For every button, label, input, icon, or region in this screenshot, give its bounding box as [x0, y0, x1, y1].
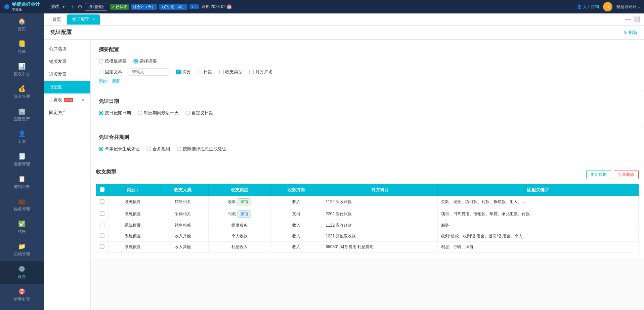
fixed-text-checkbox[interactable]: 固定文本 — [99, 69, 122, 75]
sidebar-item-archive[interactable]: 📁 归档管理 — [0, 239, 44, 261]
select-all-checkbox[interactable] — [100, 187, 104, 192]
sidebar-item-close[interactable]: ✅ 结账 — [0, 216, 44, 239]
salary-icon: 👤 — [18, 130, 26, 138]
row-checkbox-1[interactable] — [100, 211, 104, 216]
right-content: 摘要配置 按模板摘要 选择摘要 — [91, 40, 644, 310]
cell-big-type: 收入其他 — [157, 231, 208, 242]
left-menu-public[interactable]: 公共选项 — [44, 42, 90, 55]
left-menu-sales[interactable]: 销项发票 — [44, 55, 90, 68]
delete-btn[interactable]: 批量删除 — [614, 170, 639, 179]
logo: 🔵 畅捷通好会计 专业版 — [4, 1, 48, 12]
content-area: 首页 凭证配置 × — ⬜ 凭证配置 ↻ 刷新 公共选项 — [44, 13, 644, 310]
date-radio1-circle — [99, 111, 103, 115]
cell-income-type: 个人收款 — [208, 231, 270, 242]
date-radio3[interactable]: 自定义日期 — [185, 110, 213, 116]
payroll-arrow-icon: ▼ — [81, 98, 85, 103]
funds-icon: 💰 — [18, 85, 26, 92]
summary-radio2[interactable]: 选择摘要 — [133, 58, 157, 64]
switch-old-btn[interactable]: 切到旧版 — [85, 3, 107, 11]
cell-direction: 支出 — [271, 208, 322, 220]
type-checkbox[interactable]: 收支类型 — [219, 69, 243, 75]
row-checkbox-2[interactable] — [100, 223, 104, 227]
date-radio-group: 按日记账日期 对应期间最后一天 自定义日期 — [99, 110, 636, 116]
sidebar-label-guide: 新手引导 — [14, 297, 30, 302]
stock-icon: 📋 — [18, 175, 26, 183]
main-layout: 🏠 首页 📒 总账 📊 报表中心 💰 资金管理 🏢 固定资产 👤 工资 🧾 发票… — [0, 13, 644, 310]
settings-icon[interactable]: ⚙ — [78, 4, 82, 10]
right-actions: 👤 人工咨询 U 畅捷通旺旺... — [577, 2, 640, 11]
sidebar-item-salary[interactable]: 👤 工资 — [0, 126, 44, 149]
sidebar-item-guide[interactable]: 🎯 新手引导 — [0, 284, 44, 306]
cell-income-type: 提供服务 — [208, 220, 270, 231]
cell-keywords: 服务 — [437, 220, 638, 231]
status-tags: ✓ 已认证 好会计（专） +好生意（标） +... — [110, 4, 199, 10]
th-checkbox — [96, 184, 109, 196]
reports-icon: 📊 — [18, 63, 26, 70]
user-avatar[interactable]: U — [603, 2, 612, 11]
sidebar-item-ledger[interactable]: 📒 总账 — [0, 36, 44, 59]
cell-direction: 收入 — [271, 231, 322, 242]
sidebar-item-tax[interactable]: 💼 税务管理 — [0, 194, 44, 216]
refresh-btn[interactable]: ↻ 刷新 — [624, 30, 637, 36]
merge-section: 凭证合并规则 单条记录生成凭证 合并规则 按照选择汇总生成凭证 — [91, 127, 644, 163]
logo-icon: 🔵 — [4, 4, 10, 9]
consult-btn[interactable]: 👤 人工咨询 — [577, 4, 599, 10]
tab-home[interactable]: 首页 — [48, 14, 66, 25]
sidebar-item-settings[interactable]: ⚙️ 设置 — [0, 261, 44, 284]
merge-radio1[interactable]: 单条记录生成凭证 — [99, 146, 140, 152]
logo-text: 畅捷通好会计 — [12, 1, 40, 7]
table-header-row: 收支类型 更新数据 批量删除 — [96, 169, 639, 181]
date-radio1[interactable]: 按日记账日期 — [99, 110, 131, 116]
date-radio2-circle — [138, 111, 142, 115]
date-checkbox[interactable]: 日期 — [198, 69, 212, 75]
radio2-circle — [133, 59, 138, 64]
left-menu-purchase[interactable]: 进项发票 — [44, 68, 90, 81]
maximize-icon[interactable]: ⬜ — [633, 16, 640, 23]
summary-checkbox[interactable]: 摘要 — [176, 69, 191, 75]
logo-sub: 专业版 — [12, 7, 40, 12]
merge-radio2[interactable]: 合并规则 — [146, 146, 170, 152]
update-btn[interactable]: 更新数据 — [586, 170, 611, 179]
sidebar-item-funds[interactable]: 💰 资金管理 — [0, 81, 44, 104]
summary-radio1[interactable]: 按模板摘要 — [99, 58, 127, 64]
top-tag-btn[interactable]: 置顶 — [238, 198, 251, 205]
left-menu-payroll[interactable]: 工资表 NEW ▼ — [44, 93, 90, 106]
row-checkbox-4[interactable] — [100, 244, 104, 249]
table-row: 系统预置销售相关提供服务收入1122 应收账款服务 — [96, 220, 639, 231]
tab-close-icon[interactable]: × — [93, 17, 95, 22]
sidebar-item-stock[interactable]: 📋 进销台账 — [0, 171, 44, 194]
sidebar-item-invoice[interactable]: 🧾 发票管理 — [0, 149, 44, 171]
top-tag-btn[interactable]: 置顶 — [238, 210, 251, 218]
date-radio3-circle — [185, 111, 190, 115]
tab-voucher[interactable]: 凭证配置 × — [67, 14, 100, 25]
left-menu-fixed-assets[interactable]: 固定资产 — [44, 106, 90, 119]
settings-sidebar-icon: ⚙️ — [18, 265, 26, 273]
sidebar-item-home[interactable]: 🏠 首页 — [0, 13, 44, 36]
tab-bar: 首页 凭证配置 × — ⬜ — [44, 13, 644, 26]
workspace-name[interactable]: 测试 — [50, 4, 59, 10]
minimize-icon[interactable]: — — [625, 16, 631, 23]
left-menu-journal[interactable]: 日记账 — [44, 81, 90, 93]
workspace-arrow-icon[interactable]: ▼ — [62, 5, 66, 9]
username[interactable]: 畅捷通旺旺... — [616, 4, 640, 10]
sidebar-item-assets[interactable]: 🏢 固定资产 — [0, 104, 44, 126]
cell-big-type: 销售相关 — [157, 196, 208, 208]
cell-big-type: 销售相关 — [157, 220, 208, 231]
product-tag3: +... — [189, 4, 199, 9]
counterpart-checkbox-box — [249, 70, 254, 74]
cell-income-type: 收款 置顶 — [208, 196, 270, 208]
date-section: 凭证日期 按日记账日期 对应期间最后一天 自定义日期 — [91, 91, 644, 127]
date-radio2[interactable]: 对应期间最后一天 — [138, 110, 179, 116]
row-checkbox-0[interactable] — [100, 199, 104, 204]
fixed-text-input[interactable] — [129, 68, 169, 76]
counterpart-checkbox[interactable]: 对方户名 — [249, 69, 273, 75]
sidebar-label-home: 首页 — [18, 26, 26, 32]
cell-category: 系统预置 — [109, 242, 157, 253]
summary-checkbox-row: 固定文本 摘要 日期 收支类型 — [99, 68, 636, 76]
merge-radio3[interactable]: 按照选择汇总生成凭证 — [177, 146, 226, 152]
row-checkbox-3[interactable] — [100, 233, 104, 238]
add-icon[interactable]: ＋ — [70, 3, 75, 10]
sidebar-item-member[interactable]: 👑 畅会员 — [0, 306, 44, 310]
top-icons: ＋ ⚙ — [70, 3, 82, 10]
sidebar-item-reports[interactable]: 📊 报表中心 — [0, 59, 44, 81]
